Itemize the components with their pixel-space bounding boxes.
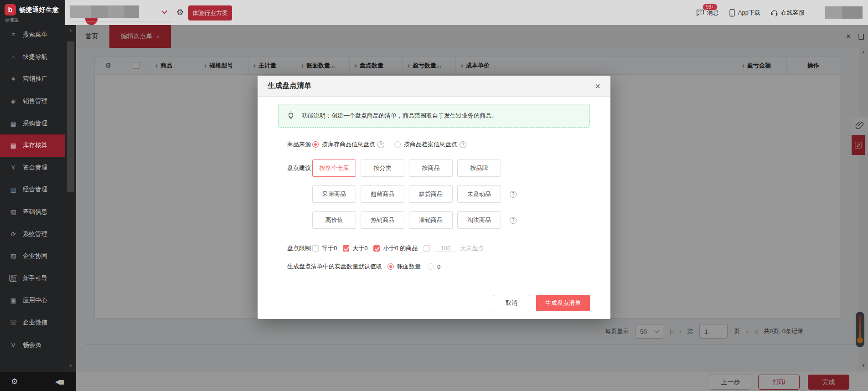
sidebar-item-purchase[interactable]: ▦采购管理 (0, 112, 65, 134)
brand-edition: 标准版 (0, 15, 65, 23)
lightbulb-icon (286, 111, 295, 121)
radio-book-qty[interactable] (388, 263, 394, 270)
sidebar-item-system[interactable]: ⟳系统管理 (0, 223, 65, 245)
brand-logo: b 畅捷通好生意 (0, 0, 65, 15)
chip-high-value[interactable]: 高价值 (312, 211, 356, 229)
chip-by-product[interactable]: 按商品 (409, 159, 453, 177)
sidebar-item-quick-nav[interactable]: ⌂快捷导航 (0, 46, 65, 68)
suggestion-label: 盘点建议 (287, 159, 312, 177)
collab-icon: ▨ (9, 252, 17, 260)
brand-logo-icon: b (5, 4, 16, 15)
chip-slow-selling[interactable]: 滞销商品 (409, 211, 453, 229)
limit-label: 盘点限制 (287, 244, 312, 252)
money-bag-icon: ¥ (9, 164, 17, 171)
chip-overstock[interactable]: 超储商品 (361, 185, 404, 203)
sidebar-footer: ⚙ ◀▮▮ (0, 372, 76, 391)
clipboard-icon: ▥ (9, 186, 17, 193)
shopping-bag-icon: ▦ (9, 120, 17, 127)
radio-archive-info[interactable] (394, 141, 401, 148)
brand-name: 畅捷通好生意 (19, 6, 59, 14)
tip-text: 功能说明：创建一个盘点商品的清单，商品范围取自于发生过业务的商品。 (302, 112, 497, 120)
count-limit-row: 盘点限制 等于0 大于0 小于0 的商品 天未盘点 (287, 244, 590, 252)
chip-obsolete[interactable]: 淘汰商品 (457, 211, 501, 229)
chip-hot-selling[interactable]: 热销商品 (361, 211, 404, 229)
sidebar-item-member[interactable]: Ⅴ畅会员 (0, 334, 65, 356)
radio-zero-qty[interactable] (428, 263, 434, 270)
checkbox-days-uncounted[interactable] (424, 245, 430, 252)
collapse-sidebar-icon[interactable]: ◀▮▮ (55, 378, 63, 385)
chip-sluggish[interactable]: 呆滞商品 (312, 185, 356, 203)
sidebar-item-wecom[interactable]: ☏企业微信 (0, 312, 65, 334)
chip-by-brand[interactable]: 按品牌 (457, 159, 501, 177)
modal-body: 功能说明：创建一个盘点商品的清单，商品范围取自于发生过业务的商品。 商品来源 按… (258, 97, 610, 271)
sidebar-menu: ≡搜索菜单 ⌂快捷导航 ✶营销推广 ◈销售管理 ▦采购管理 ▤库存核算 ¥资金管… (0, 24, 65, 356)
product-source-row: 商品来源 按库存商品信息盘点 ? 按商品档案信息盘点 ? (287, 140, 590, 149)
radio-stock-info[interactable] (312, 141, 319, 148)
new-badge-icon: 新 (9, 275, 17, 282)
modal-header: 生成盘点清单 × (258, 76, 610, 97)
sidebar-item-inventory[interactable]: ▤库存核算 (0, 134, 65, 157)
sales-icon: ◈ (9, 98, 17, 105)
sidebar-item-app-center[interactable]: ▣应用中心 (0, 289, 65, 312)
days-uncounted-input[interactable] (434, 245, 456, 252)
chip-by-category[interactable]: 按分类 (361, 159, 404, 177)
chat-icon: ☏ (9, 319, 17, 326)
generate-count-list-modal: 生成盘点清单 × 功能说明：创建一个盘点商品的清单，商品范围取自于发生过业务的商… (258, 76, 610, 319)
modal-title: 生成盘点清单 (268, 81, 311, 91)
help-icon[interactable]: ? (460, 141, 466, 148)
help-icon[interactable]: ? (377, 141, 384, 148)
sidebar-item-funds[interactable]: ¥资金管理 (0, 157, 65, 179)
app-window: b 畅捷通好生意 标准版 ≡搜索菜单 ⌂快捷导航 ✶营销推广 ◈销售管理 ▦采购… (0, 0, 868, 391)
default-qty-row: 生成盘点清单中的实盘数量默认值取 账面数量 0 (287, 262, 590, 271)
suggestion-section: 盘点建议 按整个仓库 按分类 按商品 按品牌 呆滞商品 超储商品 缺货商品 未盘… (287, 159, 590, 229)
home-icon: ⌂ (9, 53, 17, 61)
vip-icon: Ⅴ (9, 341, 17, 349)
sidebar-item-base-info[interactable]: ▧基础信息 (0, 201, 65, 223)
default-qty-label: 生成盘点清单中的实盘数量默认值取 (287, 262, 382, 271)
settings-gear-icon[interactable]: ⚙ (11, 377, 18, 386)
chip-uncounted[interactable]: 未盘动品 (457, 185, 501, 203)
sidebar: b 畅捷通好生意 标准版 ≡搜索菜单 ⌂快捷导航 ✶营销推广 ◈销售管理 ▦采购… (0, 0, 65, 372)
tip-box: 功能说明：创建一个盘点商品的清单，商品范围取自于发生过业务的商品。 (278, 104, 590, 128)
refresh-icon: ⟳ (9, 231, 17, 238)
search-menu-icon: ≡ (9, 31, 17, 38)
cancel-button[interactable]: 取消 (493, 295, 530, 311)
contact-card-icon: ▧ (9, 208, 17, 216)
sidebar-item-marketing[interactable]: ✶营销推广 (0, 68, 65, 90)
chip-whole-warehouse[interactable]: 按整个仓库 (312, 159, 356, 177)
sidebar-item-collab[interactable]: ▨企业协同 (0, 245, 65, 268)
sidebar-item-search-menu[interactable]: ≡搜索菜单 (0, 24, 65, 46)
chip-shortage[interactable]: 缺货商品 (409, 185, 453, 203)
help-icon[interactable]: ? (510, 217, 517, 224)
warehouse-icon: ▤ (9, 142, 17, 149)
tv-icon: ▣ (9, 297, 17, 304)
help-icon[interactable]: ? (510, 191, 517, 198)
gift-icon: ✶ (9, 75, 17, 82)
modal-close-icon[interactable]: × (595, 82, 600, 91)
generate-count-list-button[interactable]: 生成盘点清单 (536, 295, 590, 311)
sidebar-item-guide[interactable]: 新新手引导 (0, 268, 65, 290)
days-suffix: 天未盘点 (460, 244, 484, 252)
sidebar-item-operations[interactable]: ▥经营管理 (0, 179, 65, 201)
checkbox-greater-zero[interactable] (343, 245, 349, 252)
topbar-dim-overlay (65, 0, 868, 25)
checkbox-equal-zero[interactable] (312, 245, 319, 252)
sidebar-item-sales[interactable]: ◈销售管理 (0, 90, 65, 113)
source-label: 商品来源 (287, 140, 312, 149)
modal-footer: 取消 生成盘点清单 (493, 295, 590, 311)
checkbox-less-zero[interactable] (373, 245, 380, 252)
